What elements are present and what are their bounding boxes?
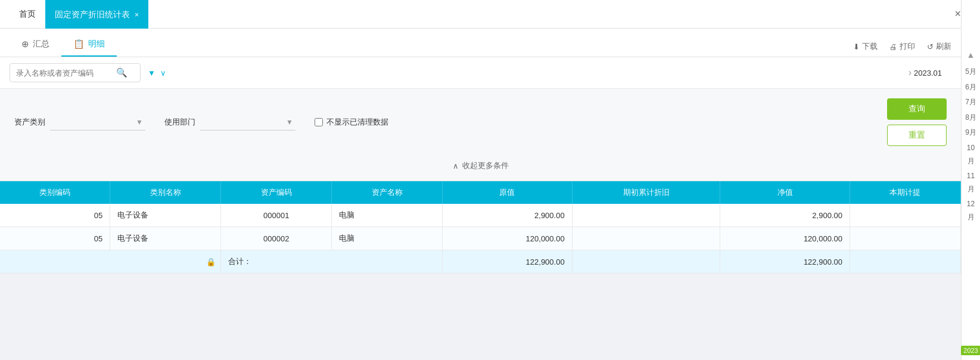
- cell-asset-name: 电脑: [332, 204, 443, 227]
- cell-current-depreciation: [850, 204, 960, 227]
- exclude-cleared-label: 不显示已清理数据: [326, 117, 388, 128]
- top-nav: 首页 固定资产折旧统计表 × ×: [0, 0, 980, 29]
- month-item[interactable]: 6月: [962, 80, 980, 95]
- cell-current-depreciation: [850, 227, 960, 250]
- filter-panel: 资产类别 ▼ 使用部门 ▼ 不显示已清理数: [0, 89, 961, 181]
- download-label: 下载: [862, 41, 878, 52]
- collapse-button[interactable]: ∧ 收起更多条件: [453, 160, 509, 171]
- tab-summary-label: 汇总: [33, 39, 49, 49]
- query-button[interactable]: 查询: [887, 98, 947, 120]
- total-accumulated-depreciation: [572, 250, 720, 274]
- total-net-value: 122,900.00: [720, 250, 850, 274]
- month-item[interactable]: 7月: [962, 95, 980, 110]
- summary-icon: ⊕: [21, 39, 29, 49]
- col-current-depreciation: 本期计提: [850, 181, 960, 204]
- refresh-label: 刷新: [936, 41, 951, 52]
- date-arrow-icon[interactable]: ›: [909, 67, 911, 78]
- date-label: 2023.01: [914, 69, 942, 77]
- cell-category-code: 05: [0, 227, 110, 250]
- year-badge: 2023: [961, 346, 980, 355]
- col-net-value: 净值: [720, 181, 850, 204]
- search-icon[interactable]: 🔍: [116, 67, 127, 78]
- cell-asset-code: 000001: [221, 204, 332, 227]
- department-select[interactable]: [200, 114, 295, 131]
- print-label: 打印: [900, 41, 915, 52]
- filter-row-1: 资产类别 ▼ 使用部门 ▼ 不显示已清理数: [14, 98, 947, 146]
- month-item[interactable]: 10月: [962, 141, 980, 169]
- collapse-label: 收起更多条件: [462, 160, 509, 171]
- print-button[interactable]: 🖨 打印: [889, 41, 915, 52]
- cell-original-value: 2,900.00: [443, 204, 573, 227]
- chevron-down-icon: ∨: [160, 69, 166, 77]
- total-row: 🔒 合计： 122,900.00 122,900.00: [0, 250, 961, 274]
- reset-button[interactable]: 重置: [887, 125, 947, 146]
- department-field: 使用部门 ▼: [164, 114, 295, 131]
- search-input-wrap: 🔍: [10, 63, 141, 82]
- month-item[interactable]: 5月: [962, 64, 980, 80]
- chevron-up-icon: ∧: [453, 162, 459, 170]
- print-icon: 🖨: [889, 42, 897, 51]
- action-buttons: ⬇ 下载 🖨 打印 ↺ 刷新: [853, 41, 951, 57]
- cell-original-value: 120,000.00: [443, 227, 573, 250]
- search-bar: 🔍 ▼ ∨ › 2023.01: [0, 57, 961, 89]
- table-header-row: 类别编码 类别名称 资产编码 资产名称 原值 期初累计折旧 净值 本期计提: [0, 181, 961, 204]
- exclude-cleared-checkbox[interactable]: [315, 118, 323, 126]
- total-icon-cell: 🔒: [0, 250, 221, 274]
- month-item[interactable]: 11月: [962, 169, 980, 197]
- download-button[interactable]: ⬇ 下载: [853, 41, 878, 52]
- cell-category-name: 电子设备: [110, 227, 221, 250]
- search-input[interactable]: [16, 69, 111, 77]
- month-item[interactable]: 9月: [962, 125, 980, 141]
- detail-icon: 📋: [73, 39, 85, 49]
- date-chip: › 2023.01: [909, 67, 942, 78]
- cell-accumulated-depreciation: [572, 204, 720, 227]
- cell-category-code: 05: [0, 204, 110, 227]
- sub-tabs-bar: ⊕ 汇总 📋 明细 ⬇ 下载 🖨 打印 ↺ 刷新: [0, 29, 961, 57]
- sub-tabs-left: ⊕ 汇总 📋 明细: [10, 33, 117, 57]
- active-tab[interactable]: 固定资产折旧统计表 ×: [45, 0, 148, 29]
- table-row: 05 电子设备 000001 电脑 2,900.00 2,900.00: [0, 204, 961, 227]
- refresh-icon: ↺: [927, 42, 934, 51]
- refresh-button[interactable]: ↺ 刷新: [927, 41, 951, 52]
- col-asset-code: 资产编码: [221, 181, 332, 204]
- exclude-cleared-field: 不显示已清理数据: [315, 117, 388, 128]
- col-category-name: 类别名称: [110, 181, 221, 204]
- right-panel: ▲ 5月6月7月8月9月10月11月12月 2023: [961, 0, 980, 360]
- department-label: 使用部门: [164, 117, 195, 128]
- col-asset-name: 资产名称: [332, 181, 443, 204]
- month-item[interactable]: 12月: [962, 197, 980, 225]
- cell-asset-code: 000002: [221, 227, 332, 250]
- data-table: 类别编码 类别名称 资产编码 资产名称 原值 期初累计折旧 净值 本期计提 05…: [0, 181, 961, 274]
- home-nav-item[interactable]: 首页: [10, 0, 45, 29]
- cell-net-value: 2,900.00: [720, 204, 850, 227]
- data-table-wrap: 类别编码 类别名称 资产编码 资产名称 原值 期初累计折旧 净值 本期计提 05…: [0, 181, 961, 274]
- filter-buttons: 查询 重置: [887, 98, 947, 146]
- total-label: 合计：: [221, 250, 443, 274]
- filter-icon: ▼: [148, 69, 155, 77]
- more-conditions-button[interactable]: ▼ ∨: [148, 69, 166, 77]
- cell-asset-name: 电脑: [332, 227, 443, 250]
- asset-category-select[interactable]: [50, 114, 145, 131]
- tab-summary[interactable]: ⊕ 汇总: [10, 33, 61, 57]
- month-list: 5月6月7月8月9月10月11月12月: [962, 64, 980, 225]
- tab-detail-label: 明细: [88, 39, 105, 49]
- col-original-value: 原值: [443, 181, 573, 204]
- tab-close-icon[interactable]: ×: [135, 11, 139, 19]
- total-current-depreciation: [850, 250, 960, 274]
- col-category-code: 类别编码: [0, 181, 110, 204]
- scroll-up-icon[interactable]: ▲: [965, 48, 978, 62]
- tab-detail[interactable]: 📋 明细: [61, 33, 117, 57]
- table-row: 05 电子设备 000002 电脑 120,000.00 120,000.00: [0, 227, 961, 250]
- download-icon: ⬇: [853, 42, 860, 51]
- cell-accumulated-depreciation: [572, 227, 720, 250]
- total-original-value: 122,900.00: [443, 250, 573, 274]
- cell-category-name: 电子设备: [110, 204, 221, 227]
- asset-category-field: 资产类别 ▼: [14, 114, 145, 131]
- cell-net-value: 120,000.00: [720, 227, 850, 250]
- col-accumulated-depreciation: 期初累计折旧: [572, 181, 720, 204]
- active-tab-label: 固定资产折旧统计表: [55, 10, 130, 20]
- asset-category-label: 资产类别: [14, 117, 45, 128]
- month-item[interactable]: 8月: [962, 110, 980, 126]
